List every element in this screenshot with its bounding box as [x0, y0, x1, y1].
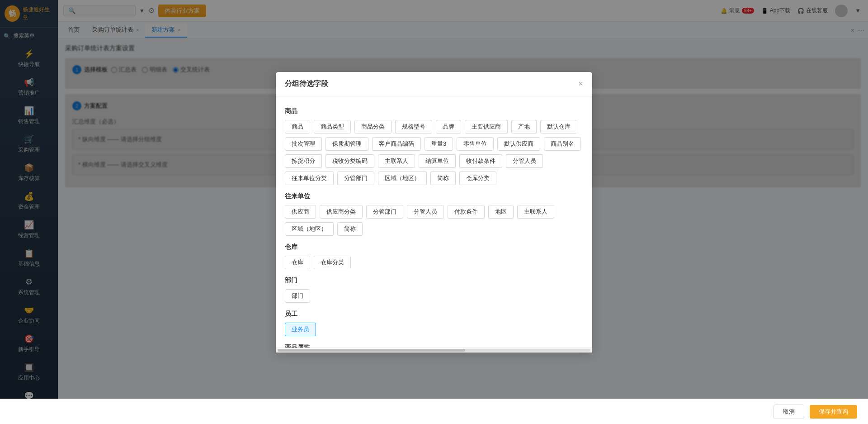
field-tag-manager[interactable]: 分管人员 [506, 154, 543, 168]
field-tags-dept: 部门 [285, 289, 583, 303]
field-tag-unit-category[interactable]: 往来单位分类 [285, 172, 334, 185]
section-title-warehouse: 仓库 [285, 243, 583, 251]
section-title-employee: 员工 [285, 310, 583, 318]
modal-scrollbar-thumb [278, 349, 465, 352]
field-tags-employee: 业务员 [285, 323, 583, 336]
field-tags-warehouse: 仓库仓库分类 [285, 256, 583, 269]
field-tag-dept-mgmt[interactable]: 分管部门 [337, 172, 374, 185]
modal-close-button[interactable]: × [578, 79, 583, 89]
modal-header: 分组待选字段 × [276, 72, 592, 96]
modal-title: 分组待选字段 [285, 79, 328, 89]
field-tag-goods-alias[interactable]: 商品别名 [544, 137, 581, 151]
modal-scrollbar-track [278, 349, 590, 352]
field-tag-default-supplier[interactable]: 默认供应商 [497, 137, 540, 151]
field-tag-partner-dept[interactable]: 分管部门 [366, 205, 403, 219]
field-tag-goods-type[interactable]: 商品类型 [314, 120, 351, 133]
modal-overlay: 分组待选字段 × 商品商品商品类型商品分类规格型号品牌主要供应商产地默认仓库批次… [0, 0, 868, 424]
field-tag-short-name[interactable]: 简称 [430, 172, 456, 185]
modal-body[interactable]: 商品商品商品类型商品分类规格型号品牌主要供应商产地默认仓库批次管理保质期管理客户… [276, 96, 592, 348]
field-tags-goods: 商品商品类型商品分类规格型号品牌主要供应商产地默认仓库批次管理保质期管理客户商品… [285, 120, 583, 185]
field-tag-pick-points[interactable]: 拣货积分 [285, 154, 322, 168]
cancel-button[interactable]: 取消 [774, 405, 804, 419]
confirm-button[interactable]: 保存并查询 [810, 405, 857, 419]
field-tag-customer-code[interactable]: 客户商品编码 [372, 137, 421, 151]
field-tag-supplier[interactable]: 供应商 [285, 205, 316, 219]
field-tag-wh-name[interactable]: 仓库 [285, 256, 310, 269]
bottom-bar: 取消 保存并查询 [0, 399, 868, 424]
field-tag-partner-short[interactable]: 简称 [337, 222, 363, 236]
field-tag-region[interactable]: 区域（地区） [378, 172, 427, 185]
section-title-goods-attr: 商品属性 [285, 343, 583, 348]
field-tag-payment-cond[interactable]: 付款条件 [448, 205, 485, 219]
field-tag-partner-contact[interactable]: 主联系人 [517, 205, 554, 219]
field-tag-partner-region2[interactable]: 区域（地区） [285, 222, 334, 236]
field-tag-shelf-life[interactable]: 保质期管理 [326, 137, 368, 151]
field-tag-warehouse-category[interactable]: 仓库分类 [459, 172, 496, 185]
section-title-partner: 往来单位 [285, 192, 583, 200]
field-tag-settlement-unit[interactable]: 结算单位 [419, 154, 456, 168]
field-select-modal: 分组待选字段 × 商品商品商品类型商品分类规格型号品牌主要供应商产地默认仓库批次… [276, 72, 592, 353]
field-tag-default-warehouse[interactable]: 默认仓库 [540, 120, 577, 133]
section-title-dept: 部门 [285, 276, 583, 285]
field-tag-tax-code[interactable]: 税收分类编码 [326, 154, 374, 168]
field-tag-goods-name[interactable]: 商品 [285, 120, 310, 133]
field-tags-partner: 供应商供应商分类分管部门分管人员付款条件地区主联系人区域（地区）简称 [285, 205, 583, 236]
field-tag-dept-name[interactable]: 部门 [285, 289, 310, 303]
field-tag-brand[interactable]: 品牌 [436, 120, 461, 133]
field-tag-main-supplier[interactable]: 主要供应商 [465, 120, 508, 133]
field-tag-employee-sales[interactable]: 业务员 [285, 323, 316, 336]
field-tag-partner-manager[interactable]: 分管人员 [407, 205, 444, 219]
field-tag-batch-mgmt[interactable]: 批次管理 [285, 137, 322, 151]
field-tag-partner-region[interactable]: 地区 [488, 205, 514, 219]
modal-scrollbar [276, 348, 592, 353]
field-tag-origin[interactable]: 产地 [511, 120, 537, 133]
field-tag-wh-category[interactable]: 仓库分类 [314, 256, 351, 269]
field-tag-main-contact[interactable]: 主联系人 [378, 154, 415, 168]
field-tag-weight3[interactable]: 重量3 [425, 137, 453, 151]
field-tag-spec-type[interactable]: 规格型号 [395, 120, 432, 133]
field-tag-retail-unit[interactable]: 零售单位 [457, 137, 494, 151]
section-title-goods: 商品 [285, 107, 583, 115]
field-tag-supplier-category[interactable]: 供应商分类 [320, 205, 363, 219]
field-tag-goods-category[interactable]: 商品分类 [354, 120, 392, 133]
field-tag-payment-terms[interactable]: 收付款条件 [459, 154, 502, 168]
